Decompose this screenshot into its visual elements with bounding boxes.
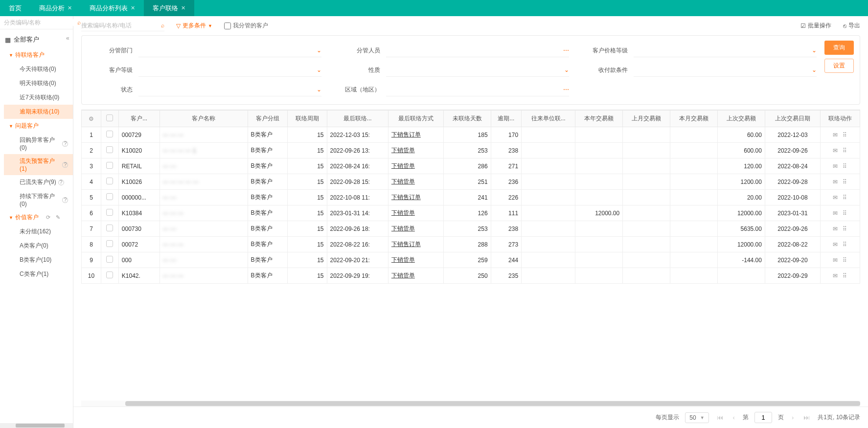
prev-page-button[interactable]: ‹ [731, 414, 737, 421]
settings-button[interactable]: 设置 [824, 59, 854, 73]
cell-method[interactable]: 下销货单 [388, 268, 443, 284]
col-code[interactable]: 客户... [118, 111, 160, 127]
cell-method[interactable]: 下销货单 [388, 252, 443, 268]
scrollbar-thumb[interactable] [16, 424, 65, 428]
page-input[interactable] [754, 412, 772, 423]
close-icon[interactable]: ✕ [181, 5, 185, 11]
more-conditions-button[interactable]: ▽ 更多条件 ▼ [176, 22, 212, 30]
more-icon[interactable]: ⠿ [843, 257, 847, 264]
tab-home[interactable]: 首页 [0, 0, 30, 16]
col-actions[interactable]: 联络动作 [820, 111, 860, 127]
wechat-icon[interactable]: ✉ [833, 179, 838, 185]
col-cycle[interactable]: 联络周期 [287, 111, 327, 127]
tree-item-churn-warning[interactable]: 流失预警客户(1)? [4, 154, 73, 175]
sidebar-scrollbar[interactable] [0, 423, 73, 428]
cell-method[interactable]: 下销货单 [388, 158, 443, 174]
wechat-icon[interactable]: ✉ [833, 225, 838, 232]
tree-group-header[interactable]: ▼待联络客户 [4, 48, 73, 62]
table-row[interactable]: 9 000 — — B类客户 15 2022-09-20 21: 下销货单 25… [82, 252, 860, 268]
more-icon[interactable]: ⠿ [843, 179, 847, 185]
per-page-select[interactable]: 50▼ [685, 412, 708, 423]
table-row[interactable]: 5 000000... — — B类客户 15 2022-10-08 11: 下… [82, 190, 860, 205]
help-icon[interactable]: ? [58, 180, 64, 185]
cell-method[interactable]: 下销货单 [388, 174, 443, 190]
batch-action-button[interactable]: ☑ 批量操作 [800, 22, 831, 30]
export-button[interactable]: ⎋ 导出 [843, 22, 860, 30]
tab-product-analysis[interactable]: 商品分析✕ [30, 0, 81, 16]
person-picker[interactable]: ⋯ [386, 44, 569, 57]
table-row[interactable]: 1 000729 — — — B类客户 15 2022-12-03 15: 下销… [82, 127, 860, 143]
table-row[interactable]: 2 K10020 — — — — 1 B类客户 15 2022-09-26 13… [82, 143, 860, 158]
col-contact[interactable]: 往来单位联... [522, 111, 575, 127]
tree-root-all[interactable]: ▦ 全部客户 [0, 31, 73, 48]
sidebar-search-input[interactable] [4, 19, 77, 26]
row-checkbox[interactable] [101, 190, 119, 205]
tab-customer-contact[interactable]: 客户联络✕ [144, 0, 194, 16]
wechat-icon[interactable]: ✉ [833, 163, 838, 170]
tree-group-header[interactable]: ▼问题客户 [4, 119, 73, 133]
dept-select[interactable]: ⌄ [138, 44, 321, 57]
row-checkbox[interactable] [101, 127, 119, 143]
next-page-button[interactable]: › [790, 414, 796, 421]
search-icon[interactable]: ⌕ [161, 22, 164, 29]
tab-product-analysis-list[interactable]: 商品分析列表✕ [81, 0, 144, 16]
row-checkbox[interactable] [101, 205, 119, 221]
help-icon[interactable]: ? [62, 141, 68, 147]
col-days[interactable]: 未联络天数 [443, 111, 491, 127]
row-checkbox[interactable] [101, 158, 119, 174]
nature-select[interactable]: ⌄ [386, 63, 569, 77]
collapse-icon[interactable]: « [66, 35, 73, 42]
row-checkbox[interactable] [101, 143, 119, 158]
col-lastmonth-amt[interactable]: 上月交易额 [623, 111, 670, 127]
more-icon[interactable]: ⠿ [843, 241, 847, 248]
more-icon[interactable]: ⠿ [843, 194, 847, 201]
tree-item-declining[interactable]: 持续下滑客户(0)? [4, 189, 73, 210]
level-select[interactable]: ⌄ [138, 63, 321, 77]
more-icon[interactable]: ⠿ [843, 147, 847, 154]
wechat-icon[interactable]: ✉ [833, 210, 838, 217]
tree-item-churned[interactable]: 已流失客户(9)? [4, 175, 73, 189]
tree-item-today[interactable]: 今天待联络(0) [4, 62, 73, 76]
wechat-icon[interactable]: ✉ [833, 194, 838, 201]
refresh-icon[interactable]: ⟳ [46, 214, 50, 221]
wechat-icon[interactable]: ✉ [833, 257, 838, 264]
col-name[interactable]: 客户名称 [160, 111, 248, 127]
more-icon[interactable]: ⠿ [843, 225, 847, 232]
tree-item-tomorrow[interactable]: 明天待联络(0) [4, 76, 73, 90]
help-icon[interactable]: ? [62, 197, 68, 203]
more-icon[interactable]: ⠿ [843, 132, 847, 138]
row-checkbox[interactable] [101, 252, 119, 268]
my-customers-checkbox[interactable]: 我分管的客户 [224, 22, 268, 30]
table-row[interactable]: 4 K10026 — — — — — B类客户 15 2022-09-28 15… [82, 174, 860, 190]
scrollbar-thumb[interactable] [125, 401, 860, 406]
row-checkbox[interactable] [101, 237, 119, 252]
col-year-amt[interactable]: 本年交易额 [575, 111, 623, 127]
row-checkbox[interactable] [101, 268, 119, 284]
col-overdue[interactable]: 逾期... [491, 111, 521, 127]
search-input[interactable] [81, 20, 161, 31]
region-picker[interactable]: ⋯ [386, 83, 569, 96]
table-row[interactable]: 3 RETAIL — — B类客户 15 2022-08-24 16: 下销货单… [82, 158, 860, 174]
status-select[interactable]: ⌄ [138, 83, 321, 96]
table-row[interactable]: 7 000730 — — B类客户 15 2022-09-26 18: 下销货单… [82, 221, 860, 237]
wechat-icon[interactable]: ✉ [833, 272, 838, 279]
tree-group-header[interactable]: ▼价值客户 ⟳ ✎ [4, 210, 73, 225]
more-icon[interactable]: ⠿ [843, 210, 847, 217]
close-icon[interactable]: ✕ [131, 5, 135, 11]
cell-method[interactable]: 下销货单 [388, 205, 443, 221]
tree-item-class-b[interactable]: B类客户(10) [4, 253, 73, 267]
col-group[interactable]: 客户分组 [248, 111, 287, 127]
tree-item-repurchase[interactable]: 回购异常客户(0)? [4, 133, 73, 154]
cell-method[interactable]: 下销货单 [388, 143, 443, 158]
col-thismonth-amt[interactable]: 本月交易额 [670, 111, 718, 127]
close-icon[interactable]: ✕ [68, 5, 72, 11]
settings-column[interactable]: ⚙ [82, 111, 101, 127]
payment-select[interactable]: ⌄ [634, 63, 817, 77]
help-icon[interactable]: ? [62, 162, 68, 168]
edit-icon[interactable]: ✎ [56, 214, 60, 221]
tree-item-class-c[interactable]: C类客户(1) [4, 267, 73, 281]
col-lasttrade-date[interactable]: 上次交易日期 [765, 111, 820, 127]
wechat-icon[interactable]: ✉ [833, 241, 838, 248]
tree-item-overdue[interactable]: 逾期未联络(10) [4, 105, 73, 119]
more-icon[interactable]: ⠿ [843, 163, 847, 170]
